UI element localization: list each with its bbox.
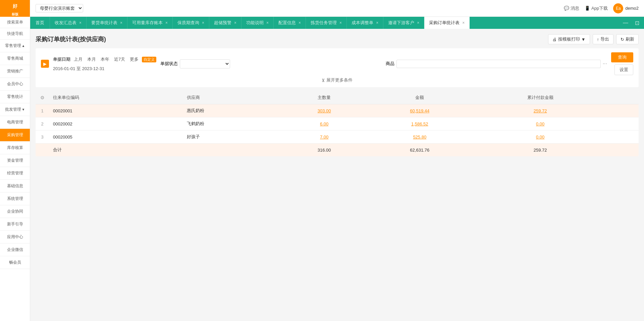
- topbar-left: 母婴行业演示账套: [36, 4, 83, 12]
- sidebar-item-ecom[interactable]: 电商管理: [0, 116, 30, 129]
- print-label: 按模板打印: [558, 36, 580, 42]
- tab-gongneng[interactable]: 功能说明 ×: [241, 17, 274, 29]
- sidebar-item-purchase[interactable]: 采购管理: [0, 129, 30, 142]
- results-table: ⚙ 往来单位编码 供应商 主数量 金额 累计付款金额 1 00020001 惠氏…: [36, 91, 639, 156]
- sidebar-item-marketing[interactable]: 营销推广: [0, 65, 30, 78]
- row-qty[interactable]: 303.00: [282, 104, 366, 117]
- tab-home-label: 首页: [36, 20, 44, 26]
- sidebar: 好 标版 搜索菜单 快捷导航 零售管理 ▲ 零售商城 营销推广 会员中心 零售统…: [0, 0, 30, 321]
- sidebar-item-collab[interactable]: 企业协同: [0, 205, 30, 218]
- gear-icon[interactable]: ⚙: [40, 95, 45, 100]
- main-area: 母婴行业演示账套 💬 消息 📱 App下载 Ea demo2 首页 收发汇总表 …: [30, 0, 644, 321]
- date-7days[interactable]: 近7天: [113, 56, 126, 63]
- sidebar-item-zero-sales[interactable]: 零售管理 ▲: [0, 40, 30, 52]
- row-paid[interactable]: 0.00: [473, 130, 607, 144]
- row-amount[interactable]: 525.80: [366, 130, 473, 144]
- query-button[interactable]: 查询: [611, 52, 633, 62]
- goods-filter-group: 商品 ···: [386, 60, 607, 68]
- filter-panel: ▶ 单据日期 上月 本月 本年 近7天 更多 自定义 2016-01-01 至 …: [36, 48, 639, 87]
- tab-close-icon[interactable]: ×: [299, 20, 301, 25]
- tab-pihuo[interactable]: 拣货任务管理 ×: [306, 17, 347, 29]
- tab-close-icon[interactable]: ×: [266, 20, 269, 25]
- table-row: 2 00020002 飞鹤奶粉 6.00 1,586.52 0.00: [36, 117, 639, 130]
- quick-nav[interactable]: 快捷导航: [0, 28, 30, 40]
- username-label: demo2: [625, 6, 639, 11]
- row-code: 00020002: [49, 117, 183, 130]
- date-last-month[interactable]: 上月: [72, 56, 84, 63]
- expand-more-button[interactable]: ⊻ 展开更多条件: [322, 77, 353, 83]
- tab-close-icon[interactable]: ×: [120, 20, 122, 25]
- sidebar-item-wechat[interactable]: 企业微信: [0, 244, 30, 256]
- sidebar-item-pifa[interactable]: 批发管理 ▼: [0, 103, 30, 116]
- print-button[interactable]: 🖨 按模板打印 ▼: [548, 34, 590, 44]
- quick-nav-label: 快捷导航: [7, 31, 23, 36]
- date-more[interactable]: 更多: [128, 56, 140, 63]
- tab-close-icon[interactable]: ×: [234, 20, 236, 25]
- tab-caigou[interactable]: 采购订单统计表 ×: [424, 17, 470, 29]
- tab-yaohuodanj[interactable]: 要货单统计表 ×: [87, 17, 127, 29]
- row-paid[interactable]: 0.00: [473, 117, 607, 130]
- sidebar-item-newguide[interactable]: 新手引导: [0, 218, 30, 231]
- status-select[interactable]: [180, 59, 230, 68]
- goods-more-icon[interactable]: ···: [603, 61, 607, 67]
- refresh-button[interactable]: ↻ 刷新: [616, 34, 639, 44]
- sidebar-item-inventory[interactable]: 库存核算: [0, 142, 30, 154]
- sidebar-item-finance[interactable]: 资金管理: [0, 154, 30, 167]
- filter-collapse-button[interactable]: ▶: [41, 60, 49, 68]
- sidebar-item-basic[interactable]: 基础信息: [0, 180, 30, 193]
- row-amount[interactable]: 1,586.52: [366, 117, 473, 130]
- footer-empty2: [183, 144, 282, 157]
- tab-maximize-icon[interactable]: ⊡: [633, 19, 641, 27]
- search-menu[interactable]: 搜索菜单: [0, 17, 30, 28]
- tab-close-icon[interactable]: ×: [202, 20, 204, 25]
- date-custom-badge[interactable]: 自定义: [142, 57, 156, 62]
- tab-close-icon[interactable]: ×: [376, 20, 378, 25]
- tab-close-icon[interactable]: ×: [339, 20, 342, 25]
- date-filter-group: 单据日期 上月 本月 本年 近7天 更多 自定义 2016-01-01 至 20…: [53, 56, 156, 72]
- tab-keyongliang[interactable]: 可用量库存账本 ×: [127, 17, 173, 29]
- appstore-label: 应用中心: [7, 234, 23, 239]
- tab-baozhi-label: 保质期查询: [177, 20, 199, 26]
- sidebar-item-zero-mall[interactable]: 零售商城: [0, 52, 30, 65]
- tab-yaoqing-label: 邀请下游客户: [388, 20, 414, 26]
- row-paid[interactable]: 259.72: [473, 104, 607, 117]
- footer-empty3: [607, 144, 639, 157]
- message-button[interactable]: 💬 消息: [564, 5, 579, 11]
- workspace-selector[interactable]: 母婴行业演示账套: [36, 4, 83, 12]
- row-num: 2: [36, 117, 49, 130]
- sidebar-item-ops[interactable]: 经营管理: [0, 167, 30, 180]
- tab-yaoqing[interactable]: 邀请下游客户 ×: [383, 17, 424, 29]
- row-qty[interactable]: 6.00: [282, 117, 366, 130]
- export-button[interactable]: ↑ 导出: [593, 34, 614, 44]
- sidebar-item-member[interactable]: 会员中心: [0, 78, 30, 91]
- tab-caigou-close-icon[interactable]: ×: [462, 20, 465, 25]
- tab-shoufahuizhong[interactable]: 收发汇总表 ×: [50, 17, 87, 29]
- tab-peizhi-label: 配置信息: [278, 20, 296, 26]
- tab-chaochu[interactable]: 超储预警 ×: [209, 17, 241, 29]
- sidebar-item-vip[interactable]: 畅会员: [0, 256, 30, 269]
- date-this-year[interactable]: 本年: [99, 56, 111, 63]
- tab-chengben[interactable]: 成本调整单 ×: [347, 17, 383, 29]
- app-download-button[interactable]: 📱 App下载: [585, 5, 608, 11]
- date-this-month[interactable]: 本月: [86, 56, 97, 63]
- sidebar-item-sys[interactable]: 系统管理: [0, 193, 30, 205]
- message-label: 消息: [571, 5, 579, 11]
- sidebar-item-zero-stats[interactable]: 零售统计: [0, 91, 30, 103]
- row-qty[interactable]: 7.00: [282, 130, 366, 144]
- tab-close-icon[interactable]: ×: [165, 20, 168, 25]
- goods-input[interactable]: [396, 60, 601, 68]
- filter-row1: ▶ 单据日期 上月 本月 本年 近7天 更多 自定义 2016-01-01 至 …: [41, 52, 633, 75]
- tab-baozhi[interactable]: 保质期查询 ×: [173, 17, 209, 29]
- tab-close-icon[interactable]: ×: [79, 20, 82, 25]
- basic-label: 基础信息: [7, 183, 23, 188]
- settings-button[interactable]: 设置: [614, 64, 633, 75]
- tab-home[interactable]: 首页: [30, 17, 50, 29]
- tab-close-icon[interactable]: ×: [417, 20, 419, 25]
- sidebar-item-appstore[interactable]: 应用中心: [0, 231, 30, 244]
- row-amount[interactable]: 60,519.44: [366, 104, 473, 117]
- user-area[interactable]: Ea demo2: [613, 3, 639, 13]
- tab-minimize-icon[interactable]: —: [621, 19, 630, 26]
- page-actions: 🖨 按模板打印 ▼ ↑ 导出 ↻ 刷新: [548, 34, 639, 44]
- zero-sales-label: 零售管理: [5, 43, 21, 49]
- tab-peizhi[interactable]: 配置信息 ×: [274, 17, 306, 29]
